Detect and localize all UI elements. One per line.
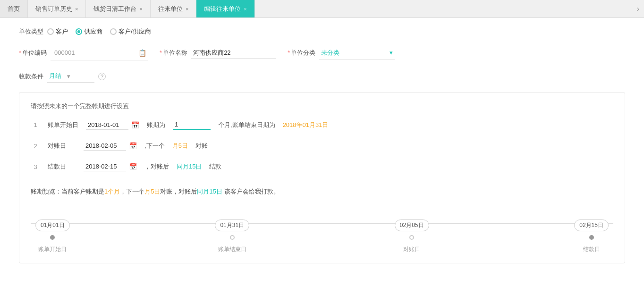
- timeline-badge-2: 02月05日: [395, 219, 429, 231]
- timeline-point-2: 02月05日 对账日: [395, 219, 429, 253]
- payment-chevron-icon: ▾: [67, 73, 70, 80]
- timeline-point-0: 01月01日 账单开始日: [35, 219, 70, 253]
- setting-row-3: 3 结款日 2018-02-15 📅 ，对账后 同月15日 结款: [31, 162, 613, 171]
- recon-date-calendar-icon[interactable]: 📅: [129, 142, 137, 150]
- settings-box: 请按照未来的一个完整帐期进行设置 1 账单开始日 2018-01-01 📅 账期…: [19, 92, 625, 263]
- timeline-dot-2: [409, 235, 414, 240]
- setting-row-desc-prefix-2: ,下一个: [144, 142, 165, 150]
- tab-unit[interactable]: 往来单位 ×: [151, 0, 196, 17]
- unit-code-field: *单位编码 📋: [19, 45, 148, 60]
- tab-edit-unit-close[interactable]: ×: [244, 6, 246, 12]
- radio-circle-supplier: [76, 28, 82, 35]
- radio-supplier-label: 供应商: [84, 27, 102, 36]
- setting-row-desc-suffix-1: 个月,账单结束日期为: [218, 121, 275, 129]
- timeline-dot-1: [230, 235, 235, 240]
- unit-type-field: 单位类型 客户 供应商 客户/供应商: [19, 27, 151, 36]
- preview-part-3: 对账，对账后: [160, 188, 197, 195]
- tab-cash-work-close[interactable]: ×: [139, 6, 142, 12]
- tab-edit-unit[interactable]: 编辑往来单位 ×: [196, 0, 254, 17]
- tab-cash-work-label: 钱货日清工作台: [93, 5, 136, 13]
- radio-circle-both: [110, 28, 117, 35]
- preview-part-4: 该客户会给我打款。: [222, 188, 280, 195]
- tab-sales-history[interactable]: 销售订单历史 ×: [28, 0, 86, 17]
- timeline-badge-1: 01月31日: [215, 219, 249, 231]
- required-star-name: *: [160, 49, 162, 56]
- unit-classify-value: 未分类: [321, 49, 339, 57]
- unit-code-input-wrap: 📋: [51, 45, 148, 60]
- payment-select[interactable]: 月结 ▾: [47, 70, 94, 83]
- period-input[interactable]: [173, 120, 211, 130]
- timeline-label-3: 结款日: [583, 245, 600, 253]
- tab-sales-history-close[interactable]: ×: [75, 6, 78, 12]
- unit-type-row: 单位类型 客户 供应商 客户/供应商: [19, 27, 625, 36]
- timeline: 01月01日 账单开始日 01月31日 账单结束日 02月05日 对账日 02月…: [31, 210, 613, 253]
- radio-both-label: 客户/供应商: [119, 27, 151, 36]
- payment-field: 收款条件 月结 ▾ ?: [19, 70, 106, 83]
- setting-row-1: 1 账单开始日 2018-01-01 📅 账期为 个月,账单结束日期为 2018…: [31, 120, 613, 130]
- payment-date-calendar-icon[interactable]: 📅: [129, 163, 137, 170]
- radio-circle-customer: [47, 28, 54, 35]
- preview-payment-day: 同月15日: [197, 188, 222, 195]
- radio-group: 客户 供应商 客户/供应商: [47, 27, 151, 36]
- help-icon[interactable]: ?: [98, 73, 106, 80]
- preview-part-2: ，下一个: [120, 188, 144, 195]
- chevron-down-icon: ▾: [390, 49, 393, 56]
- setting-row-num-1: 1: [31, 121, 40, 128]
- unit-classify-select-wrap: 未分类 ▾: [319, 47, 395, 59]
- setting-row-num-2: 2: [31, 143, 40, 150]
- setting-row-label-2: 对账日: [48, 142, 76, 150]
- unit-code-input[interactable]: [52, 47, 136, 58]
- setting-row-date-2: 2018-02-05 📅: [84, 141, 137, 151]
- tab-bar: 首页 销售订单历史 × 钱货日清工作台 × 往来单位 × 编辑往来单位 × ›: [0, 0, 644, 18]
- tab-home[interactable]: 首页: [0, 0, 28, 17]
- tab-unit-label: 往来单位: [158, 5, 183, 13]
- setting-row-2: 2 对账日 2018-02-05 📅 ,下一个 月5日 对账: [31, 141, 613, 151]
- period-end-date: 2018年01月31日: [283, 121, 329, 129]
- tab-more-button[interactable]: ›: [632, 5, 644, 13]
- timeline-point-1: 01月31日 账单结束日: [215, 219, 249, 253]
- payment-date-text: 2018-02-15: [84, 162, 126, 171]
- unit-code-icon[interactable]: 📋: [138, 49, 146, 57]
- unit-name-label: *单位名称: [160, 49, 187, 57]
- timeline-badge-3: 02月15日: [574, 219, 609, 231]
- radio-both[interactable]: 客户/供应商: [110, 27, 151, 36]
- timeline-points: 01月01日 账单开始日 01月31日 账单结束日 02月05日 对账日 02月…: [35, 219, 609, 253]
- unit-classify-field: *单位分类 未分类 ▾: [288, 47, 395, 59]
- timeline-badge-0: 01月01日: [35, 219, 70, 231]
- recon-highlight: 月5日: [172, 142, 188, 150]
- unit-classify-label: *单位分类: [288, 49, 315, 57]
- payment-value: 月结: [49, 72, 61, 80]
- radio-supplier[interactable]: 供应商: [76, 27, 102, 36]
- required-star-classify: *: [288, 49, 290, 56]
- unit-info-row: *单位编码 📋 *单位名称 *单位分类 未分类 ▾: [19, 45, 625, 60]
- required-star-code: *: [19, 49, 21, 56]
- unit-type-label: 单位类型: [19, 27, 43, 36]
- tab-sales-history-label: 销售订单历史: [35, 5, 72, 13]
- start-date-calendar-icon[interactable]: 📅: [131, 121, 139, 129]
- setting-row-date-3: 2018-02-15 📅: [84, 162, 137, 171]
- payment-label: 收款条件: [19, 72, 43, 81]
- timeline-label-0: 账单开始日: [38, 245, 67, 253]
- tab-home-label: 首页: [8, 5, 20, 13]
- timeline-label-2: 对账日: [403, 245, 420, 253]
- preview-text: 账期预览：当前客户账期是1个月，下一个月5日对账，对账后同月15日 该客户会给我…: [31, 183, 613, 201]
- preview-part-1: 账期预览：当前客户账期是: [31, 188, 104, 195]
- setting-row-label-3: 结款日: [48, 162, 76, 171]
- page-content: 单位类型 客户 供应商 客户/供应商 *单位编码: [0, 18, 644, 287]
- settings-box-title: 请按照未来的一个完整帐期进行设置: [31, 102, 613, 110]
- start-date-text: 2018-01-01: [86, 120, 128, 130]
- payment-highlight: 同月15日: [177, 162, 202, 171]
- tab-unit-close[interactable]: ×: [186, 6, 188, 12]
- timeline-point-3: 02月15日 结款日: [574, 219, 609, 253]
- unit-classify-select[interactable]: 未分类 ▾: [319, 47, 395, 59]
- unit-name-input[interactable]: [191, 47, 276, 59]
- setting-row-desc-prefix-1: 账期为: [147, 121, 165, 129]
- timeline-dot-0: [50, 235, 55, 240]
- setting-row-date-1: 2018-01-01 📅: [86, 120, 139, 130]
- tab-cash-work[interactable]: 钱货日清工作台 ×: [86, 0, 150, 17]
- preview-months: 1个月: [104, 188, 120, 195]
- radio-customer[interactable]: 客户: [47, 27, 68, 36]
- setting-row-desc-prefix-3: ，对账后: [144, 162, 169, 171]
- setting-row-desc-suffix-3: 结款: [209, 162, 221, 171]
- radio-customer-label: 客户: [56, 27, 68, 36]
